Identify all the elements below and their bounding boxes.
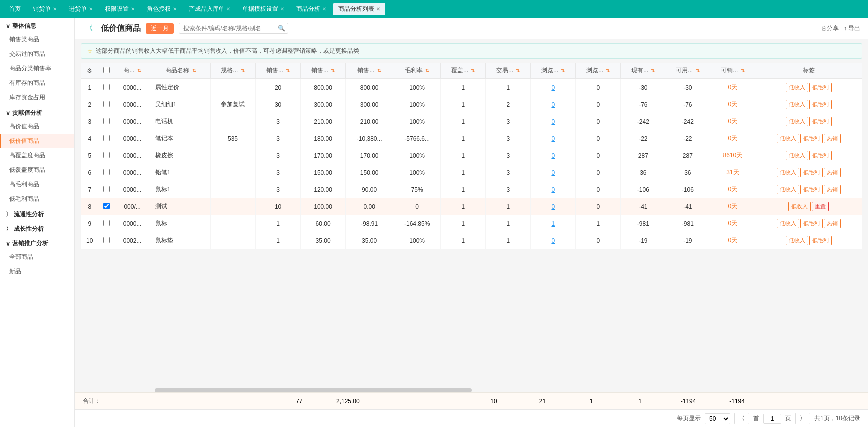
share-btn[interactable]: ⎘ 分享 <box>822 24 839 33</box>
cell-browse1[interactable]: 0 <box>531 164 576 181</box>
nav-close-icon[interactable]: ✕ <box>53 6 57 12</box>
cell-browse1[interactable]: 0 <box>531 79 576 96</box>
nav-purchase-order[interactable]: 进货单 ✕ <box>64 3 98 15</box>
col-sale2[interactable]: 销售... ⇅ <box>301 63 346 79</box>
sidebar-item-low-value[interactable]: 低价值商品 <box>0 134 74 148</box>
sidebar-item-low-coverage[interactable]: 低覆盖度商品 <box>0 163 74 177</box>
row-checkbox[interactable] <box>103 118 110 124</box>
cell-checkbox[interactable] <box>99 181 114 198</box>
cell-browse1[interactable]: 0 <box>531 198 576 215</box>
page-number-input[interactable] <box>763 414 781 424</box>
nav-home[interactable]: 首页 <box>4 3 26 15</box>
cell-browse1[interactable]: 0 <box>531 130 576 147</box>
row-checkbox[interactable] <box>103 169 110 175</box>
col-settings[interactable]: ⚙ <box>81 63 99 79</box>
sidebar-item-category-sales-rate[interactable]: 商品分类销售率 <box>0 61 74 76</box>
row-checkbox[interactable] <box>103 101 110 107</box>
prev-page-btn[interactable]: 〈 <box>734 413 749 424</box>
col-available[interactable]: 可用... ⇅ <box>665 63 710 79</box>
export-btn[interactable]: ↑ 导出 <box>844 24 860 33</box>
sidebar-group-overall[interactable]: ∨ 整体信息 <box>0 18 74 32</box>
sidebar-item-high-value[interactable]: 高价值商品 <box>0 119 74 134</box>
nav-product-analysis-list[interactable]: 商品分析列表 ✕ <box>333 3 385 15</box>
sidebar-item-new-goods[interactable]: 新品 <box>0 264 74 279</box>
row-checkbox[interactable] <box>103 237 110 243</box>
row-checkbox[interactable] <box>103 135 110 141</box>
col-browse1[interactable]: 浏览... ⇅ <box>531 63 576 79</box>
sidebar-item-all-goods[interactable]: 全部商品 <box>0 250 74 264</box>
row-checkbox[interactable] <box>103 186 110 192</box>
nav-close-icon[interactable]: ✕ <box>226 6 230 12</box>
cell-tags: 低收入低毛利热销 <box>755 181 862 198</box>
cell-checkbox[interactable] <box>99 215 114 232</box>
next-page-btn[interactable]: 〉 <box>795 413 810 424</box>
cell-browse1[interactable]: 0 <box>531 181 576 198</box>
col-sale3[interactable]: 销售... ⇅ <box>346 63 393 79</box>
filter-recent-btn[interactable]: 近一月 <box>146 23 174 34</box>
cell-sale1: 1 <box>256 215 301 232</box>
sidebar-item-high-profit[interactable]: 高毛利商品 <box>0 177 74 192</box>
nav-close-icon[interactable]: ✕ <box>173 6 177 12</box>
sidebar-group-contribution[interactable]: ∨ 贡献值分析 <box>0 105 74 119</box>
cell-checkbox[interactable] <box>99 130 114 147</box>
cell-browse1[interactable]: 0 <box>531 96 576 113</box>
sidebar-group-growth[interactable]: 〉 成长性分析 <box>0 221 74 235</box>
nav-close-icon[interactable]: ✕ <box>322 6 326 12</box>
scrollbar-thumb[interactable] <box>155 388 472 392</box>
cell-no: 2 <box>81 96 99 113</box>
col-spec[interactable]: 规格... ⇅ <box>211 63 256 79</box>
cell-checkbox[interactable] <box>99 79 114 96</box>
cell-browse1[interactable]: 0 <box>531 232 576 249</box>
col-coverage[interactable]: 覆盖... ⇅ <box>441 63 486 79</box>
nav-product-analysis[interactable]: 商品分析 ✕ <box>291 3 331 15</box>
per-page-select[interactable]: 50 100 200 <box>705 413 730 424</box>
search-input[interactable] <box>179 23 288 34</box>
col-browse2[interactable]: 浏览... ⇅ <box>576 63 621 79</box>
nav-role-auth[interactable]: 角色授权 ✕ <box>142 3 182 15</box>
cell-browse1[interactable]: 0 <box>531 147 576 164</box>
cell-checkbox[interactable] <box>99 147 114 164</box>
col-trade[interactable]: 交易... ⇅ <box>486 63 531 79</box>
nav-close-icon[interactable]: ✕ <box>280 6 284 12</box>
sidebar-item-traded-goods[interactable]: 交易过的商品 <box>0 47 74 61</box>
cell-profit-rate: -164.85% <box>393 215 441 232</box>
col-sale1[interactable]: 销售... ⇅ <box>256 63 301 79</box>
sidebar-item-high-coverage[interactable]: 高覆盖度商品 <box>0 148 74 163</box>
cell-checkbox[interactable] <box>99 198 114 215</box>
scrollbar-area[interactable] <box>75 388 868 392</box>
cell-available: -242 <box>665 113 710 130</box>
select-all-checkbox[interactable] <box>103 67 110 73</box>
sidebar-item-stock-goods[interactable]: 有库存的商品 <box>0 76 74 90</box>
cell-no: 9 <box>81 215 99 232</box>
sidebar-item-low-profit[interactable]: 低毛利商品 <box>0 192 74 206</box>
nav-template-settings[interactable]: 单据模板设置 ✕ <box>237 3 289 15</box>
cell-checkbox[interactable] <box>99 96 114 113</box>
row-checkbox[interactable] <box>103 152 110 158</box>
cell-checkbox[interactable] <box>99 113 114 130</box>
col-name[interactable]: 商品名称 ⇅ <box>151 63 210 79</box>
cell-checkbox[interactable] <box>99 164 114 181</box>
sidebar-group-marketing[interactable]: ∨ 营销推广分析 <box>0 235 74 250</box>
cell-browse1[interactable]: 0 <box>531 113 576 130</box>
cell-browse1[interactable]: 1 <box>531 215 576 232</box>
cell-checkbox[interactable] <box>99 232 114 249</box>
cell-current-stock: -19 <box>621 232 665 249</box>
col-code[interactable]: 商... ⇅ <box>114 63 151 79</box>
col-profit-rate[interactable]: 毛利率 ⇅ <box>393 63 441 79</box>
sidebar-item-stock-fund[interactable]: 库存资金占用 <box>0 90 74 105</box>
collapse-sidebar-btn[interactable]: 《 <box>83 23 96 34</box>
nav-close-icon[interactable]: ✕ <box>376 6 380 12</box>
row-checkbox[interactable] <box>103 84 110 90</box>
nav-sales-order[interactable]: 销货单 ✕ <box>28 3 62 15</box>
nav-product-instock[interactable]: 产成品入库单 ✕ <box>184 3 235 15</box>
nav-permission[interactable]: 权限设置 ✕ <box>100 3 140 15</box>
sidebar-item-sales-goods[interactable]: 销售类商品 <box>0 32 74 47</box>
row-checkbox[interactable] <box>103 203 110 209</box>
col-current-stock[interactable]: 现有... ⇅ <box>621 63 665 79</box>
row-checkbox[interactable] <box>103 220 110 226</box>
nav-close-icon[interactable]: ✕ <box>89 6 93 12</box>
search-icon[interactable]: 🔍 <box>278 25 285 32</box>
col-sellable[interactable]: 可销... ⇅ <box>710 63 755 79</box>
nav-close-icon[interactable]: ✕ <box>131 6 135 12</box>
sidebar-group-flow[interactable]: 〉 流通性分析 <box>0 206 74 221</box>
